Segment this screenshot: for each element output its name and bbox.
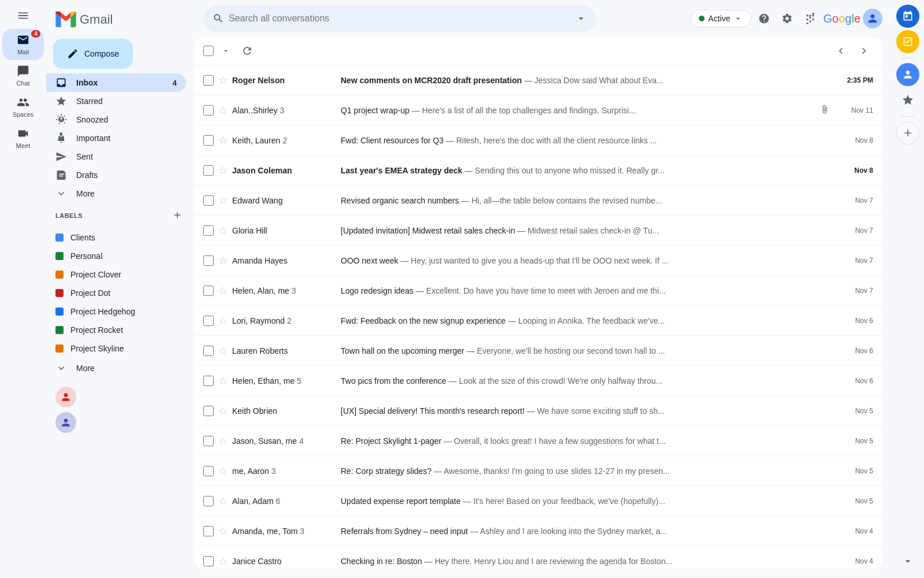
label-item-project-rocket[interactable]: Project Rocket (46, 321, 186, 339)
nav-item-important[interactable]: Important (46, 129, 186, 147)
star-button[interactable]: ☆ (218, 104, 228, 117)
label-item-personal[interactable]: Personal (46, 247, 186, 265)
calendar-right-icon[interactable] (896, 5, 919, 28)
star-button[interactable]: ☆ (218, 134, 228, 147)
email-body: Q1 project wrap-up — Here's a list of al… (341, 106, 815, 115)
next-page-button[interactable] (855, 42, 873, 60)
sidebar-item-spaces[interactable]: Spaces (2, 91, 44, 123)
email-subject: Two pics from the conference (341, 376, 446, 386)
email-checkbox[interactable] (203, 376, 214, 386)
nav-item-sent[interactable]: Sent (46, 147, 186, 166)
search-bar[interactable] (203, 5, 596, 32)
email-checkbox[interactable] (203, 286, 214, 296)
user-avatar[interactable] (863, 9, 882, 28)
star-button[interactable]: ☆ (218, 344, 228, 357)
email-row[interactable]: ☆ Alan, Adam 6 Updated expense report te… (194, 486, 882, 516)
refresh-button[interactable] (238, 42, 256, 60)
nav-item-more-labels[interactable]: More (46, 359, 186, 377)
nav-item-inbox[interactable]: Inbox 4 (46, 73, 186, 92)
nav-item-starred[interactable]: Starred (46, 92, 186, 110)
label-item-project-skyline[interactable]: Project Skyline (46, 339, 186, 358)
email-checkbox[interactable] (203, 346, 214, 356)
email-checkbox[interactable] (203, 225, 214, 236)
sidebar-item-meet[interactable]: Meet (2, 123, 44, 154)
star-button[interactable]: ☆ (218, 74, 228, 87)
email-checkbox[interactable] (203, 526, 214, 536)
label-item-project-hedgehog[interactable]: Project Hedgehog (46, 302, 186, 321)
add-right-button[interactable] (896, 121, 919, 144)
email-checkbox[interactable] (203, 195, 214, 206)
hamburger-button[interactable] (12, 5, 34, 27)
email-row[interactable]: ☆ Keith, Lauren 2 Fwd: Client resources … (194, 125, 882, 155)
account-avatar-2[interactable] (55, 412, 76, 433)
email-row[interactable]: ☆ Roger Nelson New comments on MCR2020 d… (194, 65, 882, 95)
email-checkbox[interactable] (203, 316, 214, 326)
email-checkbox[interactable] (203, 255, 214, 266)
prev-page-button[interactable] (832, 42, 850, 60)
email-checkbox[interactable] (203, 496, 214, 506)
label-item-project-dot[interactable]: Project Dot (46, 284, 186, 302)
label-item-clients[interactable]: Clients (46, 228, 186, 247)
email-row[interactable]: ☆ Amanda, me, Tom 3 Referrals from Sydne… (194, 516, 882, 546)
contacts-right-icon[interactable] (896, 63, 919, 86)
search-filter-icon[interactable] (575, 13, 587, 24)
star-button[interactable]: ☆ (218, 525, 228, 538)
email-row[interactable]: ☆ Lori, Raymond 2 Fwd: Feedback on the n… (194, 306, 882, 336)
star-button[interactable]: ☆ (218, 435, 228, 447)
star-button[interactable]: ☆ (218, 375, 228, 387)
email-checkbox[interactable] (203, 436, 214, 446)
sidebar-item-mail[interactable]: Mail 4 (2, 29, 44, 60)
email-row[interactable]: ☆ Alan..Shirley 3 Q1 project wrap-up — H… (194, 95, 882, 125)
email-sender: Jason, Susan, me 4 (232, 436, 336, 446)
apps-button[interactable] (800, 8, 821, 29)
email-row[interactable]: ☆ Gloria Hill [Updated invitation] Midwe… (194, 216, 882, 246)
email-row[interactable]: ☆ Lauren Roberts Town hall on the upcomi… (194, 336, 882, 366)
star-button[interactable]: ☆ (218, 194, 228, 207)
star-button[interactable]: ☆ (218, 405, 228, 417)
star-button[interactable]: ☆ (218, 224, 228, 237)
email-checkbox[interactable] (203, 406, 214, 416)
email-checkbox[interactable] (203, 105, 214, 116)
email-row[interactable]: ☆ Jason Coleman Last year's EMEA strateg… (194, 155, 882, 186)
email-row[interactable]: ☆ Keith Obrien [UX] Special delivery! Th… (194, 396, 882, 426)
email-row[interactable]: ☆ Helen, Ethan, me 5 Two pics from the c… (194, 366, 882, 396)
active-status-button[interactable]: Active (690, 10, 751, 27)
email-checkbox[interactable] (203, 75, 214, 86)
star-button[interactable]: ☆ (218, 164, 228, 177)
star-button[interactable]: ☆ (218, 314, 228, 327)
nav-item-more[interactable]: More (46, 184, 186, 203)
email-checkbox[interactable] (203, 556, 214, 566)
right-panel-scroll-down[interactable] (902, 555, 914, 573)
star-button[interactable]: ☆ (218, 465, 228, 477)
email-checkbox[interactable] (203, 135, 214, 146)
compose-button[interactable]: Compose (53, 39, 133, 69)
star-button[interactable]: ☆ (218, 254, 228, 267)
email-row[interactable]: ☆ Edward Wang Revised organic search num… (194, 186, 882, 216)
email-row[interactable]: ☆ Amanda Hayes OOO next week — Hey, just… (194, 246, 882, 276)
help-button[interactable] (754, 8, 774, 29)
select-all-checkbox[interactable] (203, 46, 214, 56)
star-button[interactable]: ☆ (218, 555, 228, 568)
nav-item-snoozed[interactable]: Snoozed (46, 110, 186, 129)
select-all-dropdown[interactable] (218, 43, 233, 58)
search-input[interactable] (229, 13, 571, 24)
account-avatar-1[interactable] (55, 387, 76, 407)
email-checkbox[interactable] (203, 165, 214, 176)
settings-button[interactable] (777, 8, 798, 29)
email-row[interactable]: ☆ Helen, Alan, me 3 Logo redesign ideas … (194, 276, 882, 306)
nav-item-drafts[interactable]: Drafts (46, 166, 186, 184)
email-row[interactable]: ☆ me, Aaron 3 Re: Corp strategy slides? … (194, 456, 882, 486)
important-label: Important (76, 134, 110, 143)
email-row[interactable]: ☆ Janice Castro Checking in re: Boston —… (194, 546, 882, 569)
email-checkbox[interactable] (203, 466, 214, 476)
email-row[interactable]: ☆ Jason, Susan, me 4 Re: Project Skyligh… (194, 426, 882, 456)
star-button[interactable]: ☆ (218, 495, 228, 507)
tasks-right-icon[interactable] (896, 30, 919, 53)
starred-side-icon[interactable] (896, 88, 919, 112)
sidebar-item-chat[interactable]: Chat (2, 60, 44, 91)
label-item-project-clover[interactable]: Project Clover (46, 265, 186, 284)
add-label-button[interactable] (170, 208, 185, 224)
star-button[interactable]: ☆ (218, 284, 228, 297)
email-subject: Updated expense report template (341, 497, 461, 506)
email-time: Nov 11 (839, 106, 873, 114)
